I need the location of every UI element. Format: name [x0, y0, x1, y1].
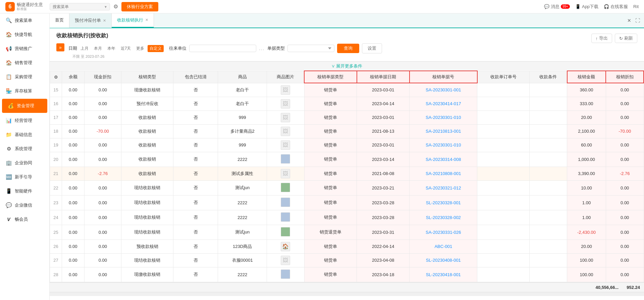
- cell-write-off-date: 2023-03-01: [357, 138, 410, 152]
- col-gear-header[interactable]: ⚙: [50, 71, 62, 83]
- sidebar-item-purchase[interactable]: 📋 采购管理: [0, 70, 49, 84]
- write-off-no-link[interactable]: SA-20210813-001: [426, 129, 461, 134]
- top-bar: 6 畅捷通好生意 标准版 ▼ ⚙ 休验行业方案 💬 消息 99+ 📱 App下载…: [0, 0, 644, 13]
- write-off-no-link[interactable]: SL-20230408-001: [426, 258, 461, 263]
- cell-no: 18: [50, 124, 62, 138]
- cell-cash-discount: 0.00: [84, 267, 121, 282]
- solution-btn[interactable]: 休验行业方案: [121, 2, 158, 11]
- horizontal-scrollbar[interactable]: [50, 292, 644, 296]
- tab-home[interactable]: 首页: [50, 13, 69, 28]
- recent7-btn[interactable]: 近7天: [119, 45, 133, 52]
- sidebar-label-sales: 销售管理: [15, 60, 32, 66]
- cell-cash-discount: -2.76: [84, 167, 121, 180]
- write-off-no-link[interactable]: SA-20230301-010: [426, 115, 461, 120]
- bill-type-select[interactable]: [287, 45, 334, 52]
- tab-minimize-btn[interactable]: ✕: [626, 16, 633, 25]
- footer-total-amount: 40,556,66...: [596, 285, 619, 290]
- sidebar-item-system[interactable]: ⚙ 系统管理: [0, 142, 49, 156]
- top-search-input[interactable]: [50, 3, 110, 10]
- tab-advance[interactable]: 预付冲应付单 ✕: [69, 13, 112, 28]
- cell-product: 999: [218, 138, 267, 152]
- cell-write-off-date: 2023-04-14: [357, 97, 410, 111]
- write-off-no-link[interactable]: SL-20230418-001: [426, 272, 461, 277]
- sidebar-item-quick-nav[interactable]: 🏠 快捷导航: [0, 28, 49, 42]
- last-month-btn[interactable]: 上月: [78, 45, 91, 52]
- cell-receipt-condition: [530, 225, 567, 240]
- cell-balance: 0.00: [62, 111, 85, 124]
- sidebar-item-basic[interactable]: 📁 基础信息: [0, 128, 49, 142]
- cell-write-off-type: 收款核销: [121, 111, 173, 124]
- product-thumbnail: 🖼: [281, 169, 290, 178]
- this-year-btn[interactable]: 本年: [105, 45, 117, 52]
- more-btn[interactable]: 更多: [134, 45, 146, 52]
- page-title: 收款核销执行(按收款): [56, 32, 108, 39]
- cell-write-off-bill-type: 销货单: [304, 267, 357, 282]
- settings-icon[interactable]: ⚙: [113, 3, 118, 10]
- product-thumbnail: [281, 154, 290, 164]
- refresh-btn[interactable]: ↻ 刷新: [615, 34, 637, 43]
- sidebar-item-sales[interactable]: 🏠 销售管理: [0, 56, 49, 70]
- cell-product-img: 🖼: [267, 83, 304, 97]
- write-off-no-link[interactable]: SA-20230414-017: [426, 101, 461, 106]
- sidebar-item-operations[interactable]: 📊 经营管理: [0, 114, 49, 128]
- expand-bar[interactable]: ∨ 展开更多条件: [50, 61, 644, 71]
- sidebar-item-wechat[interactable]: 💬 企业微信: [0, 198, 49, 212]
- cell-cash-discount: 0.00: [84, 240, 121, 253]
- tab-advance-close-icon[interactable]: ✕: [103, 18, 106, 23]
- date-label: 日期: [68, 45, 77, 51]
- cell-balance: 0.00: [62, 138, 85, 152]
- sidebar-item-finance[interactable]: 💰 资金管理: [2, 99, 47, 113]
- write-off-no-link[interactable]: SA-20230301-010: [426, 142, 461, 147]
- tab-maximize-btn[interactable]: ⛶: [634, 16, 641, 25]
- cell-write-off-type: 现结收款核销: [121, 253, 173, 267]
- write-off-no-link[interactable]: SA-20230314-008: [426, 157, 461, 162]
- export-btn[interactable]: ↑ 导出: [591, 34, 612, 43]
- write-off-no-link[interactable]: SA-20230331-026: [426, 230, 461, 235]
- cell-write-off-bill-type: 销货单: [304, 97, 357, 111]
- sidebar-item-smart-hw[interactable]: 📱 智能硬件: [0, 184, 49, 198]
- cell-write-off-bill-type: 销货单: [304, 180, 357, 195]
- this-month-btn[interactable]: 本月: [92, 45, 104, 52]
- write-off-no-link[interactable]: SA-20230321-012: [426, 185, 461, 190]
- cell-product-img: 🖼: [267, 124, 304, 138]
- write-off-no-link[interactable]: SL-20230328-002: [426, 215, 461, 220]
- top-search-wrap: ▼: [50, 3, 110, 10]
- sidebar-item-inventory[interactable]: 🏪 库存核算: [0, 84, 49, 98]
- query-btn[interactable]: 查询: [337, 44, 359, 53]
- user-avatar[interactable]: Rit: [633, 4, 639, 9]
- write-off-no-link[interactable]: SL-20230328-001: [426, 200, 461, 205]
- tab-receipt-close-icon[interactable]: ✕: [145, 18, 148, 22]
- sidebar-item-guide[interactable]: 🆕 新手引导: [0, 170, 49, 184]
- enterprise-icon: 🏢: [5, 160, 12, 166]
- cell-no: 25: [50, 225, 62, 240]
- write-off-no-link[interactable]: ABC-001: [434, 244, 452, 249]
- sidebar-item-member[interactable]: V 畅会员: [0, 212, 49, 226]
- message-btn[interactable]: 💬 消息 99+: [544, 4, 570, 10]
- cell-write-off-date: 2023-03-28: [357, 195, 410, 210]
- sidebar-item-search[interactable]: 🔍 搜索菜单: [0, 13, 49, 28]
- write-off-no-link[interactable]: SA-20230301-001: [426, 87, 461, 92]
- cell-include-settled: 否: [173, 240, 218, 253]
- cell-write-off-type: 收款核销: [121, 124, 173, 138]
- app-download-btn[interactable]: 📱 App下载: [575, 4, 598, 10]
- cell-write-off-amount: 60.00: [567, 138, 606, 152]
- cell-write-off-discount: -2.76: [606, 167, 644, 180]
- cell-include-settled: 否: [173, 180, 218, 195]
- table-container[interactable]: ⚙ 余额 现金折扣 核销类型 包含已结清 商品 商品图片 核销单据类型 核销单据…: [50, 71, 644, 300]
- filter-expand-arrow[interactable]: »: [59, 45, 62, 50]
- online-service-btn[interactable]: 🎧 在线客服: [604, 4, 628, 10]
- counterpart-input[interactable]: [189, 45, 256, 52]
- gear-col-icon[interactable]: ⚙: [54, 75, 58, 80]
- sidebar-label-quick-nav: 快捷导航: [15, 32, 32, 38]
- tab-bar: 首页 预付冲应付单 ✕ 收款核销执行 ✕ ✕ ⛶: [50, 13, 644, 28]
- table-row: 24 0.00 0.00 现结收款核销 否 2222 销货单 2023-03-2…: [50, 210, 644, 225]
- sidebar-item-enterprise[interactable]: 🏢 企业协同: [0, 156, 49, 170]
- tab-receipt[interactable]: 收款核销执行 ✕: [112, 13, 154, 28]
- cell-write-off-bill-type: 销货单: [304, 83, 357, 97]
- custom-btn[interactable]: 自定义: [148, 45, 164, 52]
- sidebar-item-marketing[interactable]: 📢 营销推广: [0, 42, 49, 56]
- write-off-no-link[interactable]: SA-20210808-001: [426, 171, 461, 176]
- filter-settings-btn[interactable]: 设置: [362, 43, 382, 53]
- cell-write-off-amount: 100.00: [567, 267, 606, 282]
- cell-receipt-order-no: [477, 83, 530, 97]
